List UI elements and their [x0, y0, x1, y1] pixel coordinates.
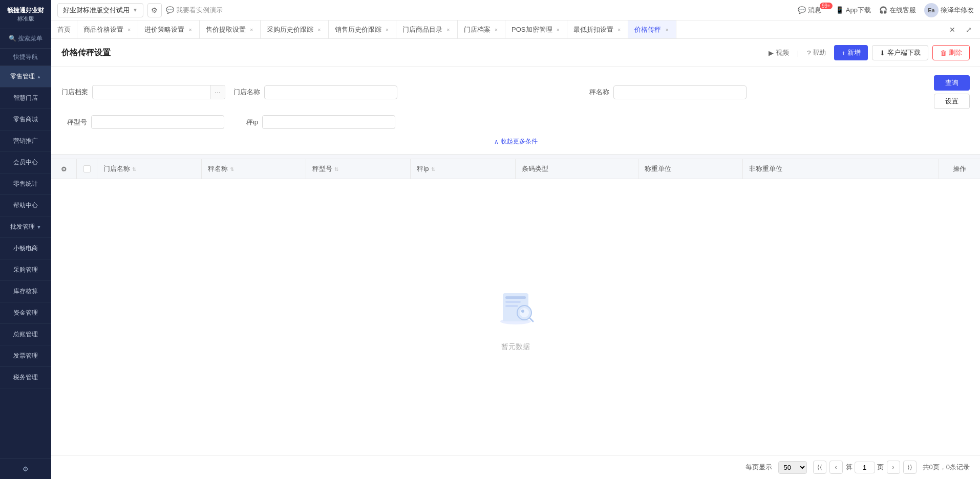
search-menu[interactable]: 🔍 搜索菜单: [0, 29, 51, 49]
sort-store-name-icon[interactable]: ⇅: [132, 166, 136, 172]
store-file-label: 门店档案: [61, 88, 88, 97]
page-number-input[interactable]: [855, 462, 875, 473]
sidebar-item-smart-store[interactable]: 智慧门店: [0, 88, 51, 109]
store-file-icon-btn[interactable]: ···: [210, 85, 225, 99]
tab-min-discount-close[interactable]: ×: [616, 26, 622, 33]
message-button[interactable]: 💬 消息 99+: [798, 6, 827, 15]
collapse-label: 收起更多条件: [501, 137, 538, 146]
th-scale-name: 秤名称 ⇅: [202, 159, 306, 179]
tab-maximize-button[interactable]: ⤢: [962, 23, 976, 37]
tab-sale-price-close[interactable]: ×: [249, 26, 254, 33]
sidebar-item-marketing[interactable]: 营销推广: [0, 130, 51, 152]
tab-close-all-button[interactable]: ✕: [945, 23, 960, 37]
th-checkbox[interactable]: [77, 159, 97, 179]
tab-min-discount[interactable]: 最低折扣设置 ×: [567, 20, 628, 38]
sidebar-item-invoice[interactable]: 发票管理: [0, 345, 51, 367]
first-page-button[interactable]: ⟨⟨: [813, 461, 826, 474]
app-selector[interactable]: 好业财标准版交付试用 ▼: [57, 3, 143, 17]
download-client-button[interactable]: ⬇ 客户端下载: [872, 45, 928, 60]
last-page-button[interactable]: ⟩⟩: [903, 461, 917, 474]
sidebar: 畅捷通好业财 标准版 🔍 搜索菜单 快捷导航 零售管理 智慧门店 零售商城 营销…: [0, 0, 51, 479]
tab-pos-close[interactable]: ×: [556, 26, 561, 33]
query-button[interactable]: 查询: [934, 75, 970, 91]
tab-purchase-strategy[interactable]: 进价策略设置 ×: [138, 20, 199, 38]
tab-store-file-close[interactable]: ×: [494, 26, 499, 33]
main-area: 好业财标准版交付试用 ▼ ⚙ 💬 我要看实例演示 💬 消息 99+ 📱 App下…: [51, 0, 980, 479]
video-link[interactable]: ▶ 视频: [764, 46, 793, 59]
sort-scale-name-icon[interactable]: ⇅: [230, 166, 234, 172]
trash-icon: 🗑: [940, 49, 947, 57]
sidebar-item-retail-stats[interactable]: 零售统计: [0, 173, 51, 195]
tab-price-scale-close[interactable]: ×: [664, 26, 669, 33]
tab-goods-price-label: 商品价格设置: [83, 25, 123, 34]
sidebar-item-ledger[interactable]: 总账管理: [0, 324, 51, 345]
video-label: 视频: [776, 48, 789, 57]
user-name: 徐泽华修改: [941, 6, 974, 15]
sidebar-item-ec[interactable]: 小畅电商: [0, 238, 51, 259]
scale-type-input[interactable]: [91, 115, 224, 129]
svg-rect-4: [505, 305, 518, 307]
tab-price-scale[interactable]: 价格传秤 ×: [628, 20, 676, 38]
next-page-icon: ›: [892, 464, 894, 471]
prev-page-button[interactable]: ‹: [829, 461, 843, 474]
app-download-label: App下载: [846, 6, 871, 15]
sidebar-item-smart-store-label: 智慧门店: [13, 94, 38, 102]
scale-ip-input[interactable]: [262, 115, 395, 129]
th-barcode-type-label: 条码类型: [522, 164, 548, 173]
per-page-select[interactable]: 50 10 20 100: [778, 461, 807, 474]
user-menu[interactable]: Ea 徐泽华修改: [924, 3, 974, 17]
sidebar-item-inventory[interactable]: 库存核算: [0, 281, 51, 302]
tab-sale-price[interactable]: 售价提取设置 ×: [200, 20, 261, 38]
sort-scale-type-icon[interactable]: ⇅: [334, 166, 338, 172]
sidebar-item-tax-label: 税务管理: [13, 373, 38, 382]
tab-store-catalog[interactable]: 门店商品目录 ×: [396, 20, 457, 38]
sort-scale-ip-icon[interactable]: ⇅: [431, 166, 435, 172]
sidebar-item-member[interactable]: 会员中心: [0, 152, 51, 173]
tab-goods-price[interactable]: 商品价格设置 ×: [77, 20, 138, 38]
sidebar-item-retail-mall[interactable]: 零售商城: [0, 109, 51, 130]
online-service-button[interactable]: 🎧 在线客服: [879, 6, 916, 15]
collapse-bar[interactable]: ∧ 收起更多条件: [61, 135, 970, 150]
app-download-button[interactable]: 📱 App下载: [836, 6, 871, 15]
add-button[interactable]: + 新增: [834, 45, 868, 60]
tab-purchase-history[interactable]: 采购历史价跟踪 ×: [261, 20, 328, 38]
quick-nav[interactable]: 快捷导航: [0, 49, 51, 66]
sidebar-item-purchase[interactable]: 采购管理: [0, 259, 51, 281]
scale-name-input[interactable]: [613, 85, 747, 99]
delete-button[interactable]: 🗑 删除: [932, 45, 970, 60]
demo-link[interactable]: 💬 我要看实例演示: [166, 6, 223, 15]
filter-settings-button[interactable]: 设置: [934, 94, 970, 109]
filter-row-2: 秤型号 秤ip: [61, 115, 970, 129]
sidebar-item-help[interactable]: 帮助中心: [0, 195, 51, 216]
tab-goods-price-close[interactable]: ×: [126, 26, 132, 33]
store-name-input[interactable]: [264, 85, 397, 99]
sidebar-nav: 零售管理 智慧门店 零售商城 营销推广 会员中心 零售统计 帮助中心 批发管理 …: [0, 66, 51, 459]
page-input-area: 算 页: [846, 462, 884, 473]
sidebar-item-capital[interactable]: 资金管理: [0, 302, 51, 324]
tab-pos[interactable]: POS加密管理 ×: [505, 20, 567, 38]
avatar: Ea: [924, 3, 939, 17]
select-all-checkbox[interactable]: [83, 165, 91, 172]
tab-sale-history[interactable]: 销售历史价跟踪 ×: [329, 20, 396, 38]
next-page-button[interactable]: ›: [887, 461, 900, 474]
tab-home[interactable]: 首页: [51, 20, 77, 38]
tab-store-catalog-close[interactable]: ×: [445, 26, 451, 33]
sidebar-item-batch[interactable]: 批发管理: [0, 216, 51, 238]
sidebar-item-tax[interactable]: 税务管理: [0, 367, 51, 388]
sidebar-settings[interactable]: ⚙: [0, 459, 51, 479]
store-name-label: 门店名称: [233, 88, 260, 97]
tab-sale-history-close[interactable]: ×: [385, 26, 390, 33]
th-scale-type-label: 秤型号: [312, 164, 332, 173]
filter-scale-name: 秤名称: [584, 85, 926, 99]
store-file-input[interactable]: [93, 86, 210, 99]
top-settings-button[interactable]: ⚙: [147, 3, 162, 17]
settings-icon: ⚙: [23, 465, 29, 473]
maximize-icon: ⤢: [966, 26, 972, 34]
sidebar-item-retail-manage[interactable]: 零售管理: [0, 66, 51, 88]
top-bar: 好业财标准版交付试用 ▼ ⚙ 💬 我要看实例演示 💬 消息 99+ 📱 App下…: [51, 0, 980, 20]
th-settings[interactable]: ⚙: [51, 159, 77, 179]
tab-purchase-history-close[interactable]: ×: [316, 26, 322, 33]
help-link[interactable]: ? 帮助: [803, 46, 830, 59]
tab-purchase-strategy-close[interactable]: ×: [187, 26, 193, 33]
tab-store-file[interactable]: 门店档案 ×: [458, 20, 505, 38]
